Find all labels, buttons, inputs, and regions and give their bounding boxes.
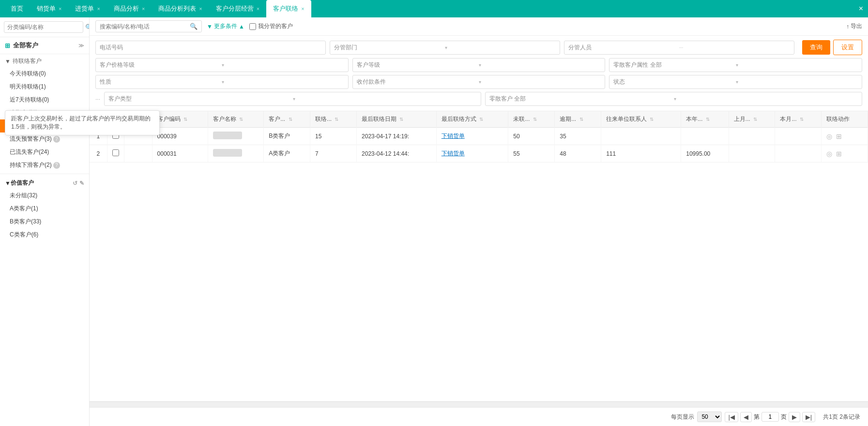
th-overdue: 逾期... ⇅ bbox=[555, 111, 601, 128]
filter-manager[interactable]: 分管人员 ··· bbox=[564, 41, 794, 55]
cell-code: 000031 bbox=[152, 145, 208, 162]
filter-status[interactable]: 状态 ▾ bbox=[609, 75, 862, 89]
total-info: 共1页 2条记录 bbox=[823, 413, 860, 421]
sort-this-year[interactable]: ⇅ bbox=[706, 117, 710, 122]
sidebar-item-tomorrow[interactable]: 明天待联络(1) bbox=[0, 80, 89, 93]
sidebar-all-customers[interactable]: ⊞ 全部客户 ≫ bbox=[0, 37, 89, 54]
sort-contact[interactable]: ⇅ bbox=[335, 117, 338, 122]
sidebar-search-icon[interactable]: 🔍 bbox=[85, 24, 90, 31]
grid-icon: ⊞ bbox=[5, 42, 10, 49]
filter-more-button[interactable]: ▼ 更多条件 ▲ bbox=[207, 22, 244, 30]
filter-retail-customer[interactable]: 零散客户 全部 ▾ bbox=[485, 92, 862, 106]
cell-contact: 7 bbox=[310, 145, 357, 162]
edit-icon[interactable]: ✎ bbox=[79, 180, 84, 187]
sidebar-item-class-b[interactable]: B类客户(33) bbox=[0, 215, 89, 228]
sidebar-item-class-a[interactable]: A类客户(1) bbox=[0, 202, 89, 215]
nav-home[interactable]: 首页 bbox=[4, 0, 30, 17]
sidebar-item-declining[interactable]: 持续下滑客户(2) ? bbox=[0, 159, 89, 172]
info-icon-lost-preview[interactable]: ? bbox=[53, 136, 60, 143]
last-method-link[interactable]: 下销货单 bbox=[442, 150, 465, 157]
next-page-btn[interactable]: ▶ bbox=[789, 412, 800, 422]
table-scrollbar[interactable] bbox=[90, 401, 868, 407]
info-icon-declining[interactable]: ? bbox=[53, 162, 60, 169]
filter-department[interactable]: 分管部门 ▾ bbox=[330, 41, 560, 55]
sidebar-value-group[interactable]: ▼ 价值客户 ↺ ✎ bbox=[0, 176, 89, 189]
sidebar-item-7days[interactable]: 近7天待联络(0) bbox=[0, 93, 89, 106]
action-link-icon[interactable]: ◎ bbox=[826, 132, 832, 140]
filter-row-more[interactable]: ··· bbox=[95, 95, 100, 103]
nav-product-analysis-list-close[interactable]: × bbox=[199, 6, 202, 12]
sidebar-item-already-lost[interactable]: 已流失客户(24) bbox=[0, 146, 89, 159]
page-number-input[interactable] bbox=[761, 412, 779, 422]
nav-purchase-order[interactable]: 进货单 × bbox=[68, 0, 107, 17]
filter-nature[interactable]: 性质 ▾ bbox=[95, 75, 349, 89]
filter-phone[interactable]: 电话号码 bbox=[95, 41, 326, 55]
filter-retail-attr[interactable]: 零散客户属性 全部 ▾ bbox=[609, 58, 862, 72]
action-plan-icon[interactable]: ⊞ bbox=[836, 150, 842, 158]
cell-this-year bbox=[681, 128, 729, 145]
refresh-icon[interactable]: ↺ bbox=[73, 180, 77, 187]
nav-customer-segmentation[interactable]: 客户分层经营 × bbox=[209, 0, 266, 17]
collapse-icon[interactable]: ≫ bbox=[78, 43, 84, 49]
nav-sales-order-close[interactable]: × bbox=[59, 6, 61, 12]
prev-page-btn[interactable]: ◀ bbox=[740, 412, 752, 422]
nav-close-all[interactable]: × bbox=[859, 4, 863, 13]
sort-code[interactable]: ⇅ bbox=[183, 117, 187, 122]
last-page-btn[interactable]: ▶| bbox=[802, 412, 815, 422]
sort-last-date[interactable]: ⇅ bbox=[399, 117, 403, 122]
sidebar-item-class-c[interactable]: C类客户(6) bbox=[0, 228, 89, 241]
filter-customer-type[interactable]: 客户类型 ▾ bbox=[104, 92, 481, 106]
cell-overdue: 35 bbox=[555, 128, 601, 145]
action-plan-icon[interactable]: ⊞ bbox=[836, 132, 842, 140]
row-actions: ◎ ⊞ bbox=[826, 132, 863, 140]
nav-customer-contact[interactable]: 客户联络 × bbox=[266, 0, 311, 17]
sidebar-item-unclassified[interactable]: 未分组(32) bbox=[0, 189, 89, 202]
cell-contact: 15 bbox=[310, 128, 357, 145]
nav-customer-segmentation-close[interactable]: × bbox=[257, 6, 259, 12]
filter-search-wrapper: 🔍 bbox=[95, 20, 202, 32]
action-link-icon[interactable]: ◎ bbox=[826, 150, 832, 158]
sidebar-search-input[interactable] bbox=[4, 21, 83, 33]
sort-last-month[interactable]: ⇅ bbox=[753, 117, 757, 122]
first-page-btn[interactable]: |◀ bbox=[725, 412, 738, 422]
sort-last-method[interactable]: ⇅ bbox=[479, 117, 483, 122]
page-nav: |◀ ◀ 第 页 ▶ ▶| bbox=[725, 412, 815, 422]
nav-customer-contact-close[interactable]: × bbox=[301, 6, 304, 12]
last-method-link[interactable]: 下销货单 bbox=[442, 132, 465, 139]
sort-this-month[interactable]: ⇅ bbox=[800, 117, 804, 122]
sort-category[interactable]: ⇅ bbox=[289, 117, 292, 122]
sort-unread[interactable]: ⇅ bbox=[533, 117, 537, 122]
filter-search-icon: 🔍 bbox=[190, 23, 198, 30]
my-customers-label[interactable]: 我分管的客户 bbox=[249, 22, 293, 30]
export-button[interactable]: ↑ 导出 bbox=[846, 22, 862, 30]
th-this-year: 本年... ⇅ bbox=[681, 111, 729, 128]
nav-product-analysis-close[interactable]: × bbox=[142, 6, 145, 12]
sidebar-pending-group[interactable]: ▼ 待联络客户 bbox=[0, 54, 89, 67]
my-customers-checkbox[interactable] bbox=[249, 23, 256, 30]
filter-search-input[interactable] bbox=[100, 23, 190, 30]
triangle-value-icon: ▼ bbox=[5, 180, 11, 187]
query-button[interactable]: 查询 bbox=[802, 40, 830, 55]
settings-button[interactable]: 设置 bbox=[833, 40, 862, 55]
sort-contacts[interactable]: ⇅ bbox=[650, 117, 654, 122]
sort-name[interactable]: ⇅ bbox=[239, 117, 243, 122]
nav-purchase-order-close[interactable]: × bbox=[97, 6, 100, 12]
sort-overdue[interactable]: ⇅ bbox=[579, 117, 583, 122]
nav-product-analysis-list[interactable]: 商品分析列表 × bbox=[152, 0, 209, 17]
cell-category: B类客户 bbox=[264, 128, 310, 145]
cell-unread: 55 bbox=[508, 145, 555, 162]
cell-this-year: 10995.00 bbox=[681, 145, 729, 162]
sidebar-item-today[interactable]: 今天待联络(0) bbox=[0, 67, 89, 80]
nav-sales-order[interactable]: 销货单 × bbox=[30, 0, 68, 17]
main-layout: 🔍 ⊞ 全部客户 ≫ ▼ 待联络客户 今天待联络(0) 明天待联络(1) 近7天… bbox=[0, 17, 868, 426]
filter-price-level[interactable]: 客户价格等级 ▾ bbox=[95, 58, 349, 72]
table-header-row: ⚙ 客户编码 ⇅ 客户名称 ⇅ 客户... ⇅ 联络... ⇅ 最后联络日期 ⇅… bbox=[90, 111, 868, 128]
cell-last-method: 下销货单 bbox=[436, 128, 508, 145]
caret-customer-level: ▾ bbox=[479, 62, 601, 68]
nav-product-analysis[interactable]: 商品分析 × bbox=[107, 0, 152, 17]
filter-customer-level[interactable]: 客户等级 ▾ bbox=[352, 58, 606, 72]
row-checkbox[interactable] bbox=[112, 149, 119, 156]
per-page-select[interactable]: 50 10 20 100 bbox=[697, 411, 722, 422]
filter-rows: 电话号码 分管部门 ▾ 分管人员 ··· 查询 设置 bbox=[90, 36, 868, 111]
filter-payment[interactable]: 收付款条件 ▾ bbox=[352, 75, 606, 89]
